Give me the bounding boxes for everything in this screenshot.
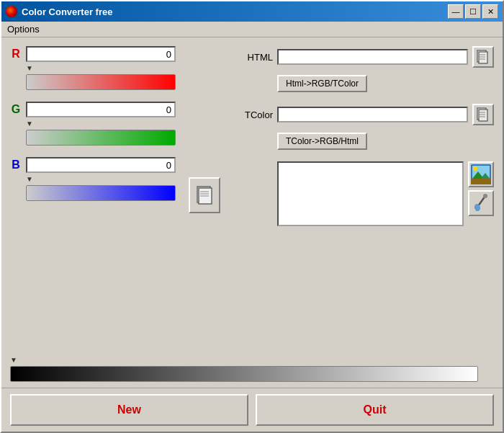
palette-button[interactable] — [468, 161, 494, 187]
g-down-arrow-icon: ▼ — [26, 120, 33, 128]
preview-row — [277, 161, 494, 226]
new-button[interactable]: New — [10, 394, 248, 426]
main-window: Color Converter free — ☐ ✕ Options R ▼ — [0, 0, 504, 433]
g-input-row: G — [10, 102, 176, 117]
tcolor-input[interactable] — [277, 107, 468, 122]
window-title: Color Converter free — [22, 6, 112, 17]
r-down-arrow-icon: ▼ — [26, 64, 33, 72]
maximize-button[interactable]: ☐ — [465, 4, 481, 19]
copy-pages-icon — [194, 184, 215, 207]
g-label: G — [10, 103, 22, 116]
close-button[interactable]: ✕ — [482, 4, 498, 19]
title-controls: — ☐ ✕ — [448, 4, 498, 19]
brightness-down-arrow-icon: ▼ — [10, 356, 17, 364]
tcolor-copy-button[interactable] — [472, 104, 494, 125]
title-bar: Color Converter free — ☐ ✕ — [1, 1, 503, 22]
r-input-row: R — [10, 46, 176, 62]
quit-button[interactable]: Quit — [256, 394, 494, 426]
color-preview-box — [277, 161, 464, 226]
html-row: HTML — [233, 46, 494, 68]
b-input-row: B — [10, 157, 176, 173]
tcolor-convert-button[interactable]: TColor->RGB/Html — [277, 133, 367, 150]
g-slider-group: G ▼ — [10, 102, 176, 146]
b-arrow-row: ▼ — [10, 175, 176, 183]
g-value-input[interactable] — [26, 102, 176, 117]
preview-buttons — [468, 161, 494, 216]
html-label: HTML — [233, 52, 273, 63]
options-menu[interactable]: Options — [7, 24, 40, 35]
tcolor-label: TColor — [233, 110, 273, 120]
svg-rect-6 — [479, 52, 487, 63]
bottom-bar: New Quit — [1, 388, 503, 432]
html-convert-row: Html->RGB/TColor — [277, 75, 494, 92]
title-bar-left: Color Converter free — [6, 6, 112, 17]
g-arrow-row: ▼ — [10, 120, 176, 128]
svg-point-24 — [483, 194, 487, 198]
b-down-arrow-icon: ▼ — [26, 175, 33, 183]
b-slider-group: B ▼ — [10, 157, 176, 201]
html-copy-button[interactable] — [472, 46, 494, 68]
copy-rgb-button[interactable] — [189, 177, 220, 213]
brightness-bar[interactable] — [10, 366, 478, 382]
left-panel: R ▼ G ▼ — [10, 46, 176, 344]
center-panel — [183, 46, 226, 344]
brightness-inner: ▼ — [10, 354, 494, 382]
menu-bar: Options — [1, 22, 503, 37]
r-value-input[interactable] — [26, 46, 176, 62]
r-gradient-bar[interactable] — [26, 74, 176, 90]
b-label: B — [10, 159, 22, 171]
b-gradient-bar[interactable] — [26, 185, 176, 201]
b-value-input[interactable] — [26, 157, 176, 173]
brightness-arrow-row: ▼ — [10, 354, 494, 365]
app-icon — [6, 6, 17, 17]
eyedropper-button[interactable] — [468, 190, 494, 216]
tcolor-convert-row: TColor->RGB/Html — [277, 133, 494, 150]
content-area: R ▼ G ▼ — [1, 37, 503, 352]
r-slider-group: R ▼ — [10, 46, 176, 90]
svg-rect-11 — [479, 110, 487, 121]
svg-point-21 — [473, 166, 477, 171]
palette-icon — [471, 164, 491, 184]
g-gradient-bar[interactable] — [26, 130, 176, 146]
r-label: R — [10, 48, 22, 61]
r-arrow-row: ▼ — [10, 64, 176, 72]
html-input[interactable] — [277, 49, 468, 65]
html-convert-button[interactable]: Html->RGB/TColor — [277, 75, 367, 92]
eyedropper-icon — [471, 193, 491, 213]
html-copy-icon — [476, 49, 490, 65]
svg-rect-20 — [471, 179, 491, 184]
brightness-section: ▼ — [1, 352, 503, 388]
minimize-button[interactable]: — — [448, 4, 464, 19]
right-panel: HTML Html->RGB/TColor TCol — [233, 46, 494, 344]
tcolor-copy-icon — [476, 107, 490, 122]
tcolor-row: TColor — [233, 104, 494, 125]
